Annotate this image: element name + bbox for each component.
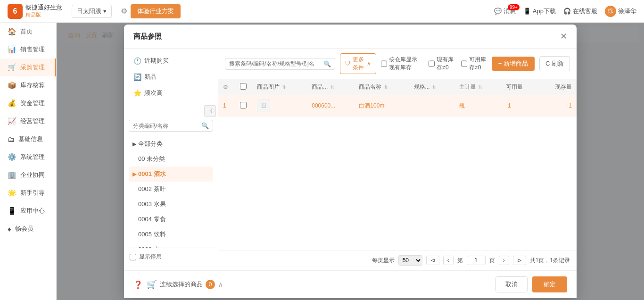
right-panel: 🔍 ⛉ 更多条件 ∧ 按仓库显示现有库存 bbox=[218, 49, 577, 270]
page-size-select[interactable]: 50 10 20 100 bbox=[398, 255, 422, 266]
modal-title: 商品参照 bbox=[133, 32, 162, 41]
prev-page-button[interactable]: ‹ bbox=[443, 256, 454, 265]
sidebar-item-basic[interactable]: 🗂 基础信息 bbox=[0, 130, 56, 148]
cart-icon[interactable]: 🛒 bbox=[147, 279, 157, 290]
tab-new-products[interactable]: 🔄 新品 bbox=[129, 69, 213, 84]
sales-icon: 📊 bbox=[8, 45, 17, 54]
sidebar-item-guide[interactable]: 🌟 新手引导 bbox=[0, 184, 56, 202]
sort-icon-spec[interactable]: ⇅ bbox=[432, 84, 436, 90]
confirm-button[interactable]: 确定 bbox=[532, 276, 567, 292]
existing-stock-checkbox-label[interactable]: 现有库存≠0 bbox=[429, 56, 454, 72]
show-disabled-checkbox[interactable] bbox=[130, 254, 136, 260]
modal-footer: ❓ 🛒 连续选择的商品 0 ∧ 取消 确定 bbox=[124, 270, 577, 298]
existing-stock-checkbox[interactable] bbox=[429, 60, 435, 67]
filter-button[interactable]: ⛉ 更多条件 ∧ bbox=[340, 53, 376, 74]
sidebar-item-finance[interactable]: 💰 资金管理 bbox=[0, 94, 56, 112]
nav-dropdown[interactable]: 日太阳膜 ▾ bbox=[72, 5, 112, 18]
guide-icon: 🌟 bbox=[8, 189, 17, 197]
col-settings-icon[interactable]: ⚙ bbox=[223, 84, 228, 91]
sort-icon[interactable]: ⇅ bbox=[282, 84, 286, 90]
modal-close-button[interactable]: ✕ bbox=[560, 31, 567, 42]
row-name: 白酒100ml bbox=[354, 95, 409, 117]
tree-item-liquor[interactable]: ▶ 0001 酒水 bbox=[129, 167, 213, 182]
sidebar-item-apps[interactable]: 📱 应用中心 bbox=[0, 202, 56, 220]
sort-icon-unit[interactable]: ⇅ bbox=[479, 84, 482, 90]
sidebar-item-purchase[interactable]: 🛒 采购管理 bbox=[0, 58, 56, 76]
row-checkbox-cell bbox=[235, 95, 252, 117]
first-page-button[interactable]: ⊲ bbox=[426, 256, 439, 265]
app-download-group[interactable]: 📱 App下载 bbox=[523, 7, 556, 16]
category-search-icon[interactable]: 🔍 bbox=[201, 122, 209, 129]
tree-item-beverage[interactable]: 0005 饮料 bbox=[129, 227, 213, 242]
sidebar-item-inventory[interactable]: 📦 库存核算 bbox=[0, 76, 56, 94]
col-stock: 现存量 bbox=[539, 79, 577, 95]
message-badge: 99+ bbox=[508, 4, 520, 10]
chevron-up-icon[interactable]: ∧ bbox=[218, 280, 223, 289]
category-search-input[interactable] bbox=[133, 123, 201, 129]
last-page-button[interactable]: ⊳ bbox=[513, 256, 526, 265]
logo-text: 畅捷通好生意 bbox=[25, 4, 62, 12]
headset-icon: 🎧 bbox=[563, 8, 571, 15]
row-seq: 1 bbox=[218, 95, 235, 117]
sidebar-item-system[interactable]: ⚙️ 系统管理 bbox=[0, 148, 56, 166]
online-service-group[interactable]: 🎧 在线客服 bbox=[563, 7, 597, 16]
tree-item-snack[interactable]: 0004 零食 bbox=[129, 212, 213, 227]
message-group[interactable]: 💬 消息 99+ bbox=[494, 7, 516, 16]
tree-item-water[interactable]: 0008 水 bbox=[129, 242, 213, 248]
sidebar-item-collab[interactable]: 🏢 企业协同 bbox=[0, 166, 56, 184]
arrow-icon: ▶ bbox=[132, 141, 136, 147]
filter-checkboxes: 按仓库显示现有库存 现有库存≠0 可用库存≠0 bbox=[381, 56, 487, 72]
home-icon: 🏠 bbox=[8, 27, 17, 36]
logo-icon: 6 bbox=[8, 4, 23, 19]
filter-icon: ⛉ bbox=[345, 60, 351, 67]
sidebar-item-home[interactable]: 🏠 首页 bbox=[0, 23, 56, 41]
col-available: 可用量 bbox=[501, 79, 539, 95]
product-search-input[interactable] bbox=[229, 60, 323, 67]
tree-item-uncategorized[interactable]: 00 未分类 bbox=[129, 151, 213, 167]
row-code: 000600... bbox=[307, 95, 354, 117]
warehouse-stock-checkbox-label[interactable]: 按仓库显示现有库存 bbox=[381, 56, 422, 72]
exp-button[interactable]: 体验行业方案 bbox=[131, 4, 181, 18]
footer-cart: 🛒 连续选择的商品 0 ∧ bbox=[147, 279, 223, 290]
page-input[interactable] bbox=[467, 256, 486, 265]
available-stock-checkbox-label[interactable]: 可用库存≠0 bbox=[461, 56, 487, 72]
main-layout: 🏠 首页 📊 销售管理 🛒 采购管理 📦 库存核算 💰 资金管理 📈 经营管理 … bbox=[0, 23, 644, 300]
col-name: 商品名称 ⇅ bbox=[354, 79, 409, 95]
main-content: 查询 设置 刷新 商品参照 ✕ 🕐 bbox=[57, 23, 644, 300]
tree-item-fruit[interactable]: 0003 水果 bbox=[129, 197, 213, 212]
purchase-icon: 🛒 bbox=[8, 63, 17, 72]
select-all-checkbox[interactable] bbox=[240, 83, 247, 90]
table-row[interactable]: 1 🖼 bbox=[218, 95, 577, 117]
row-spec bbox=[409, 95, 454, 117]
tab-high-frequency[interactable]: ⭐ 频次高 bbox=[129, 85, 213, 100]
logo-area: 6 畅捷通好生意 精品版 bbox=[8, 4, 62, 19]
modal-body: 🕐 近期购买 🔄 新品 ⭐ 频次高 bbox=[124, 49, 577, 270]
sidebar-item-operation[interactable]: 📈 经营管理 bbox=[0, 112, 56, 130]
operation-icon: 📈 bbox=[8, 117, 17, 125]
warehouse-stock-checkbox[interactable] bbox=[381, 60, 387, 67]
sort-icon-code[interactable]: ⇅ bbox=[330, 84, 334, 90]
user-group[interactable]: 徐 徐泽华 bbox=[605, 6, 636, 17]
pagination: 每页显示 50 10 20 100 ⊲ ‹ 第 页 bbox=[218, 250, 577, 270]
add-product-button[interactable]: + 新增商品 bbox=[492, 57, 535, 71]
row-checkbox[interactable] bbox=[240, 102, 247, 108]
available-stock-checkbox[interactable] bbox=[461, 60, 467, 67]
star-icon: ⭐ bbox=[133, 89, 141, 97]
sidebar-item-vip[interactable]: ♦ 畅会员 bbox=[0, 220, 56, 238]
refresh-button[interactable]: C 刷新 bbox=[539, 56, 570, 71]
new-icon: 🔄 bbox=[133, 73, 141, 81]
help-icon[interactable]: ❓ bbox=[133, 280, 143, 289]
next-page-button[interactable]: › bbox=[499, 256, 509, 265]
product-search-icon[interactable]: 🔍 bbox=[323, 60, 331, 67]
tab-recent-buy[interactable]: 🕐 近期购买 bbox=[129, 53, 213, 68]
chevron-up-icon: ∧ bbox=[367, 60, 371, 67]
sort-icon-name[interactable]: ⇅ bbox=[384, 84, 388, 90]
avatar: 徐 bbox=[605, 6, 616, 17]
tree-item-all[interactable]: ▶ 全部分类 bbox=[129, 136, 213, 151]
tree-item-tea[interactable]: 0002 茶叶 bbox=[129, 182, 213, 197]
collapse-panel-button[interactable]: 《 bbox=[204, 105, 216, 117]
row-stock: -1 bbox=[539, 95, 577, 117]
gear-button[interactable]: ⚙ bbox=[117, 5, 131, 18]
sidebar-item-sales[interactable]: 📊 销售管理 bbox=[0, 41, 56, 58]
cancel-button[interactable]: 取消 bbox=[495, 276, 528, 292]
